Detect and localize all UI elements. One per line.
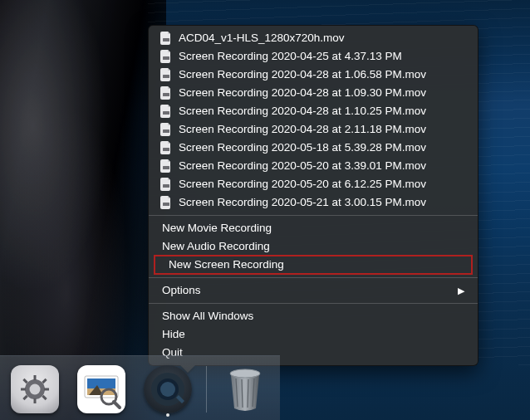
recent-file-item[interactable]: Screen Recording 2020-04-25 at 4.37.13 P… bbox=[149, 47, 478, 66]
recent-file-label: Screen Recording 2020-04-25 at 4.37.13 P… bbox=[179, 49, 464, 64]
dock-running-indicator bbox=[166, 413, 169, 417]
movie-file-icon bbox=[160, 141, 172, 154]
recent-file-label: Screen Recording 2020-05-20 at 6.12.25 P… bbox=[179, 177, 464, 192]
svg-rect-12 bbox=[34, 375, 37, 380]
new-audio-recording[interactable]: New Audio Recording bbox=[149, 237, 478, 256]
movie-file-icon bbox=[160, 159, 172, 173]
movie-file-icon bbox=[160, 86, 172, 100]
svg-rect-9 bbox=[163, 203, 169, 206]
desktop-background: ACD04_v1-HLS_1280x720h.mov Screen Record… bbox=[0, 0, 530, 420]
svg-rect-4 bbox=[163, 111, 169, 115]
recent-file-item[interactable]: Screen Recording 2020-04-28 at 1.06.58 P… bbox=[149, 66, 478, 84]
menu-separator bbox=[149, 215, 478, 216]
submenu-arrow-icon: ▶ bbox=[458, 283, 464, 298]
dock-trash[interactable] bbox=[217, 361, 273, 418]
recent-file-label: Screen Recording 2020-04-28 at 2.11.18 P… bbox=[179, 122, 464, 137]
recent-file-item[interactable]: Screen Recording 2020-05-18 at 5.39.28 P… bbox=[149, 139, 478, 157]
recent-file-item[interactable]: Screen Recording 2020-04-28 at 2.11.18 P… bbox=[149, 120, 478, 139]
recent-file-item[interactable]: Screen Recording 2020-05-20 at 6.12.25 P… bbox=[149, 175, 478, 193]
svg-line-25 bbox=[114, 402, 120, 408]
recent-file-label: Screen Recording 2020-04-28 at 1.06.58 P… bbox=[179, 67, 464, 82]
menu-item-label: Show All Windows bbox=[162, 309, 464, 324]
svg-rect-0 bbox=[163, 38, 169, 42]
menu-item-label: New Screen Recording bbox=[169, 257, 463, 272]
recent-file-label: ACD04_v1-HLS_1280x720h.mov bbox=[179, 31, 464, 46]
dock-app-quicktime[interactable] bbox=[140, 361, 196, 418]
movie-file-icon bbox=[160, 68, 172, 81]
recent-file-label: Screen Recording 2020-04-28 at 1.10.25 P… bbox=[179, 104, 464, 119]
recent-file-item[interactable]: Screen Recording 2020-04-28 at 1.09.30 P… bbox=[149, 84, 478, 102]
recent-file-label: Screen Recording 2020-05-21 at 3.00.15 P… bbox=[179, 195, 464, 210]
svg-rect-19 bbox=[22, 394, 27, 399]
recent-file-label: Screen Recording 2020-04-28 at 1.09.30 P… bbox=[179, 85, 464, 100]
svg-rect-17 bbox=[42, 394, 47, 399]
recent-file-label: Screen Recording 2020-05-18 at 5.39.28 P… bbox=[179, 140, 464, 155]
dock-app-preview[interactable] bbox=[73, 361, 130, 418]
dock-separator bbox=[206, 366, 207, 413]
menu-item-label: Hide bbox=[162, 327, 464, 342]
svg-rect-15 bbox=[44, 388, 49, 390]
svg-rect-6 bbox=[163, 148, 169, 151]
svg-point-28 bbox=[160, 382, 175, 397]
gear-icon bbox=[11, 365, 59, 413]
svg-rect-14 bbox=[21, 388, 26, 390]
recent-file-item[interactable]: Screen Recording 2020-05-20 at 3.39.01 P… bbox=[149, 157, 478, 175]
svg-rect-8 bbox=[163, 184, 169, 188]
svg-rect-3 bbox=[163, 93, 169, 96]
menu-separator bbox=[149, 277, 478, 278]
new-screen-recording[interactable]: New Screen Recording bbox=[154, 255, 473, 275]
dock-context-menu: ACD04_v1-HLS_1280x720h.mov Screen Record… bbox=[148, 25, 478, 366]
recent-file-item[interactable]: Screen Recording 2020-05-21 at 3.00.15 P… bbox=[149, 193, 478, 212]
svg-rect-16 bbox=[22, 378, 27, 383]
menu-separator bbox=[149, 303, 478, 304]
menu-item-label: New Audio Recording bbox=[162, 239, 464, 254]
svg-rect-7 bbox=[163, 166, 169, 169]
svg-rect-18 bbox=[42, 378, 47, 383]
menu-item-label: New Movie Recording bbox=[162, 221, 464, 236]
dock-app-system-preferences[interactable] bbox=[7, 361, 63, 418]
menu-item-label: Options bbox=[162, 283, 458, 298]
movie-file-icon bbox=[160, 178, 172, 191]
movie-file-icon bbox=[160, 123, 172, 136]
options-submenu[interactable]: Options ▶ bbox=[149, 281, 478, 300]
trash-icon bbox=[223, 365, 267, 413]
hide-app[interactable]: Hide bbox=[149, 325, 478, 344]
svg-rect-1 bbox=[163, 56, 169, 60]
movie-file-icon bbox=[160, 196, 172, 209]
dock bbox=[0, 355, 280, 420]
recent-file-label: Screen Recording 2020-05-20 at 3.39.01 P… bbox=[179, 159, 464, 173]
svg-rect-13 bbox=[34, 398, 37, 403]
movie-file-icon bbox=[160, 50, 172, 63]
show-all-windows[interactable]: Show All Windows bbox=[149, 307, 478, 325]
movie-file-icon bbox=[160, 105, 172, 118]
movie-file-icon bbox=[160, 32, 172, 45]
quicktime-icon bbox=[144, 365, 192, 413]
recent-file-item[interactable]: ACD04_v1-HLS_1280x720h.mov bbox=[149, 29, 478, 47]
svg-rect-5 bbox=[163, 129, 169, 133]
svg-rect-2 bbox=[163, 75, 169, 78]
preview-icon bbox=[77, 365, 125, 413]
recent-file-item[interactable]: Screen Recording 2020-04-28 at 1.10.25 P… bbox=[149, 102, 478, 120]
new-movie-recording[interactable]: New Movie Recording bbox=[149, 219, 478, 237]
svg-point-11 bbox=[30, 383, 41, 394]
